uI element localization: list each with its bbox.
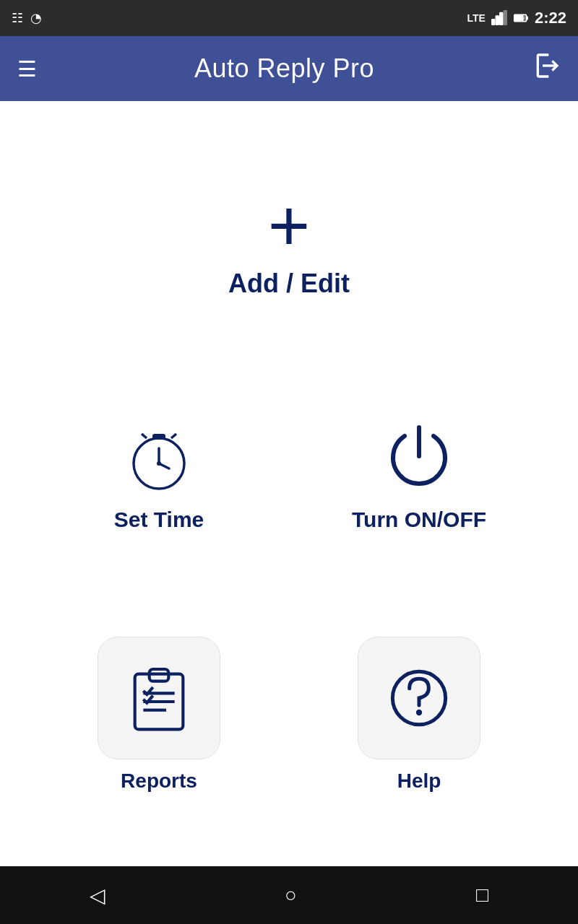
- power-icon-wrapper: [379, 418, 459, 497]
- svg-rect-2: [500, 13, 503, 25]
- help-card: [358, 637, 480, 759]
- reports-card: [98, 637, 220, 759]
- help-button[interactable]: Help: [358, 637, 480, 793]
- status-bar-left: ☷ ◔: [12, 10, 42, 26]
- clock-time: 2:22: [535, 9, 566, 27]
- svg-rect-9: [152, 434, 165, 440]
- status-bar-right: LTE 2:22: [467, 9, 566, 27]
- set-time-label: Set Time: [114, 507, 204, 532]
- middle-row: Set Time Turn ON/OFF: [0, 418, 578, 532]
- menu-icon[interactable]: ☰: [17, 56, 37, 82]
- svg-rect-1: [496, 16, 499, 25]
- recents-button[interactable]: □: [476, 884, 488, 907]
- svg-rect-0: [492, 19, 495, 25]
- battery-icon: [513, 10, 529, 26]
- svg-line-11: [171, 434, 176, 438]
- exit-icon[interactable]: [532, 51, 561, 86]
- nav-bar: ◁ ○ □: [0, 866, 578, 924]
- add-edit-label: Add / Edit: [228, 269, 350, 299]
- plus-icon: +: [268, 189, 310, 261]
- set-time-button[interactable]: Set Time: [58, 418, 260, 532]
- svg-point-22: [416, 709, 422, 715]
- lte-indicator: LTE: [467, 12, 486, 24]
- turn-onoff-button[interactable]: Turn ON/OFF: [318, 418, 520, 532]
- home-button[interactable]: ○: [285, 884, 297, 907]
- back-button[interactable]: ◁: [90, 884, 105, 907]
- power-icon: [383, 422, 455, 494]
- svg-line-10: [142, 434, 147, 438]
- status-bar: ☷ ◔ LTE 2:22: [0, 0, 578, 36]
- app-title: Auto Reply Pro: [194, 53, 374, 84]
- reports-button[interactable]: Reports: [98, 637, 220, 793]
- app-bar: ☰ Auto Reply Pro: [0, 36, 578, 101]
- message-icon: ☷: [12, 10, 23, 26]
- signal-icon: ◔: [30, 10, 42, 26]
- svg-rect-5: [515, 15, 523, 20]
- add-edit-button[interactable]: + Add / Edit: [214, 175, 364, 313]
- bottom-row: Reports Help: [0, 637, 578, 793]
- svg-rect-3: [504, 11, 506, 25]
- help-label: Help: [397, 770, 441, 793]
- reports-label: Reports: [121, 770, 197, 793]
- stopwatch-icon-wrapper: [119, 418, 199, 497]
- stopwatch-icon: [119, 418, 199, 497]
- signal-bars-icon: [491, 10, 507, 26]
- reports-icon: [123, 662, 195, 734]
- turn-onoff-label: Turn ON/OFF: [352, 507, 486, 532]
- svg-point-14: [157, 461, 161, 466]
- main-content: + Add / Edit: [0, 101, 578, 866]
- help-icon: [383, 662, 455, 734]
